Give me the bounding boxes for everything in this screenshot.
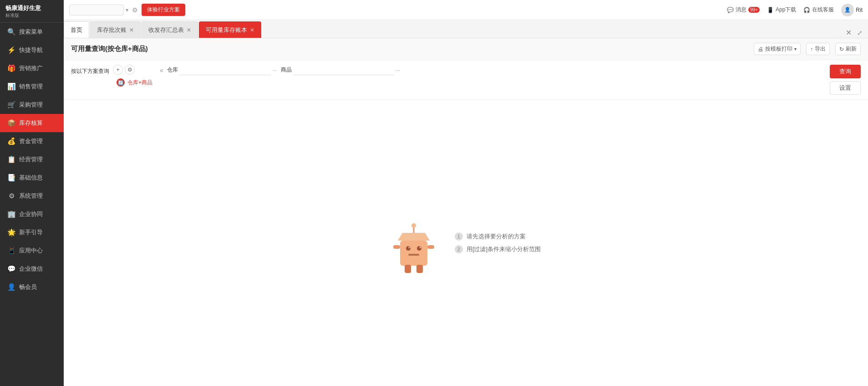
filter-area: 按以下方案查询 + ⚙ 🔄 仓库+商品 « 仓库 ··· <box>64 60 868 100</box>
export-icon: ↑ <box>810 46 813 52</box>
filter-settings-button[interactable]: 设置 <box>830 81 861 95</box>
sidebar-item-label: 企业协同 <box>19 210 43 218</box>
enterprise-wechat-icon: 💬 <box>7 265 15 273</box>
sales-icon: 📊 <box>7 82 15 91</box>
guide-icon: 🌟 <box>7 228 15 237</box>
user-profile[interactable]: 👤 Rit <box>841 4 863 16</box>
filter-collapse-icon[interactable]: « <box>160 65 163 74</box>
sidebar-item-operations[interactable]: 📋 经营管理 <box>0 150 64 169</box>
product-more-icon[interactable]: ··· <box>396 67 400 73</box>
svg-rect-7 <box>393 245 400 249</box>
tab-batch-account[interactable]: 库存批次账 ✕ <box>90 21 141 38</box>
app-download-icon: 📱 <box>767 7 774 13</box>
export-label: 导出 <box>815 45 826 53</box>
svg-point-4 <box>408 247 410 248</box>
sidebar-item-sales[interactable]: 📊 销售管理 <box>0 77 64 96</box>
add-scheme-button[interactable]: + <box>113 65 123 75</box>
message-button[interactable]: 💬 消息 99+ <box>727 6 760 14</box>
svg-point-2 <box>406 246 411 251</box>
sidebar-item-label: 快捷导航 <box>19 46 43 54</box>
tab-collect-account-close[interactable]: ✕ <box>187 27 191 33</box>
enterprise-icon: 🏢 <box>7 210 15 218</box>
filter-warehouse-group: 仓库 ··· <box>167 65 277 75</box>
svg-rect-6 <box>408 254 419 256</box>
app-download-label: App下载 <box>776 6 796 14</box>
sidebar-item-label: 应用中心 <box>19 247 43 255</box>
sidebar-item-purchase[interactable]: 🛒 采购管理 <box>0 96 64 114</box>
print-icon: 🖨 <box>758 46 763 52</box>
topbar-search-input[interactable] <box>69 5 124 15</box>
app-download-button[interactable]: 📱 App下载 <box>767 6 796 14</box>
content-area: 可用量查询(按仓库+商品) 🖨 按模板打印 ▾ ↑ 导出 ↻ 刷新 按以下方案 <box>64 38 868 386</box>
tabs-expand-icon[interactable]: ⤢ <box>855 28 864 37</box>
message-badge: 99+ <box>748 7 760 13</box>
svg-point-12 <box>411 223 416 228</box>
print-template-button[interactable]: 🖨 按模板打印 ▾ <box>754 43 801 55</box>
online-service-label: 在线客服 <box>812 6 834 14</box>
warehouse-input[interactable] <box>180 65 271 75</box>
page-title: 可用量查询(按仓库+商品) <box>71 45 148 53</box>
online-service-button[interactable]: 🎧 在线客服 <box>803 6 834 14</box>
operations-icon: 📋 <box>7 155 15 164</box>
sidebar-item-finance[interactable]: 💰 资金管理 <box>0 132 64 150</box>
tabs-bar: 首页 库存批次账 ✕ 收发存汇总表 ✕ 可用量库存账本 ✕ ✕ ⤢ <box>64 20 868 38</box>
topbar-chevron-icon[interactable]: ▾ <box>126 7 128 13</box>
page-header-actions: 🖨 按模板打印 ▾ ↑ 导出 ↻ 刷新 <box>754 43 861 55</box>
tab-available-inventory-close[interactable]: ✕ <box>250 27 254 33</box>
svg-point-5 <box>419 247 421 248</box>
sidebar-item-basic-info[interactable]: 📑 基础信息 <box>0 169 64 187</box>
topbar: ▾ ⚙ 体验行业方案 💬 消息 99+ 📱 App下载 🎧 在线客服 👤 <box>64 0 868 20</box>
tab-home[interactable]: 首页 <box>64 21 89 38</box>
hint-number-1: 1 <box>455 232 463 241</box>
sidebar-item-app-center[interactable]: 📱 应用中心 <box>0 242 64 260</box>
sidebar-item-quick-nav[interactable]: ⚡ 快捷导航 <box>0 41 64 59</box>
empty-text: 1 请先选择要分析的方案 2 用[过滤]条件来缩小分析范围 <box>455 232 541 253</box>
quick-nav-icon: ⚡ <box>7 46 15 54</box>
sidebar-item-label: 搜索菜单 <box>19 28 43 36</box>
sidebar-item-marketing[interactable]: 🎁 营销推广 <box>0 59 64 77</box>
basic-info-icon: 📑 <box>7 174 15 182</box>
sidebar-item-enterprise[interactable]: 🏢 企业协同 <box>0 205 64 223</box>
sidebar-item-member[interactable]: 👤 畅会员 <box>0 278 64 296</box>
query-button[interactable]: 查询 <box>830 65 861 78</box>
product-input[interactable] <box>294 65 394 75</box>
avatar-placeholder: 👤 <box>844 7 851 13</box>
sidebar-item-inventory[interactable]: 📦 库存核算 <box>0 114 64 132</box>
tab-batch-account-close[interactable]: ✕ <box>129 27 134 33</box>
settings-scheme-button[interactable]: ⚙ <box>125 65 135 75</box>
warehouse-more-icon[interactable]: ··· <box>273 67 277 73</box>
hint-text-2: 用[过滤]条件来缩小分析范围 <box>467 245 541 253</box>
svg-rect-0 <box>400 241 427 266</box>
member-icon: 👤 <box>7 283 15 291</box>
sidebar-item-system[interactable]: ⚙ 系统管理 <box>0 187 64 205</box>
sidebar-item-guide[interactable]: 🌟 新手引导 <box>0 223 64 242</box>
system-icon: ⚙ <box>7 192 15 200</box>
search-icon: 🔍 <box>7 28 15 36</box>
sidebar-item-enterprise-wechat[interactable]: 💬 企业微信 <box>0 260 64 278</box>
filter-scheme-warehouse-product[interactable]: 🔄 仓库+商品 <box>113 77 156 88</box>
tab-available-inventory[interactable]: 可用量库存账本 ✕ <box>199 21 261 38</box>
filter-actions: 查询 设置 <box>830 65 861 95</box>
refresh-button[interactable]: ↻ 刷新 <box>835 43 861 55</box>
export-button[interactable]: ↑ 导出 <box>806 43 830 55</box>
avatar: 👤 <box>841 4 854 16</box>
tabs-close-all-icon[interactable]: ✕ <box>844 27 853 38</box>
app-edition: 标准版 <box>5 12 58 19</box>
message-label: 消息 <box>736 6 746 14</box>
refresh-icon: ↻ <box>839 46 844 52</box>
tab-batch-account-label: 库存批次账 <box>97 26 127 34</box>
tab-collect-account[interactable]: 收发存汇总表 ✕ <box>142 21 198 38</box>
scheme-icon: 🔄 <box>117 78 125 87</box>
print-label: 按模板打印 <box>765 45 792 53</box>
empty-illustration <box>391 220 437 266</box>
empty-illustration-svg <box>391 220 437 275</box>
svg-marker-1 <box>398 233 430 241</box>
empty-hint-2: 2 用[过滤]条件来缩小分析范围 <box>455 245 541 253</box>
hint-text-1: 请先选择要分析的方案 <box>467 232 526 241</box>
username-label: Rit <box>856 7 863 13</box>
app-title: 畅康通好生意 <box>5 5 58 12</box>
industry-solution-button[interactable]: 体验行业方案 <box>142 4 185 16</box>
sidebar-item-search[interactable]: 🔍 搜索菜单 <box>0 23 64 41</box>
sidebar-item-label: 基础信息 <box>19 174 43 182</box>
topbar-gear-icon[interactable]: ⚙ <box>132 6 138 14</box>
